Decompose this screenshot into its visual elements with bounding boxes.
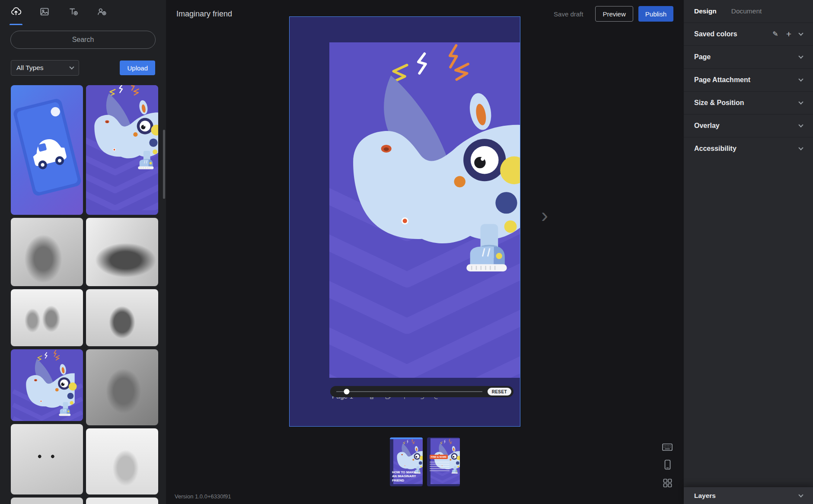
cloud-upload-icon xyxy=(10,6,22,19)
search-input[interactable] xyxy=(10,31,156,49)
saved-colors-section[interactable]: Saved colors ✎ + xyxy=(684,22,813,45)
animation-scrubber-knob[interactable] xyxy=(344,389,350,395)
edit-colors-icon[interactable]: ✎ xyxy=(772,31,778,38)
chevron-down-icon[interactable] xyxy=(798,31,803,35)
grid-icon xyxy=(663,478,672,489)
media-item-totoro-figurine-photo[interactable] xyxy=(86,289,158,346)
next-page-button[interactable]: › xyxy=(541,205,548,226)
section-overlay[interactable]: Overlay xyxy=(684,114,813,137)
upload-button[interactable]: Upload xyxy=(120,61,155,75)
library-panel: All Types Upload xyxy=(0,0,166,504)
save-draft-button[interactable]: Save draft xyxy=(547,6,590,22)
chevron-down-icon xyxy=(798,145,803,150)
media-item-cat-figurine-photo[interactable] xyxy=(86,428,158,494)
add-color-icon[interactable]: + xyxy=(786,29,791,38)
keyboard-shortcuts-button[interactable] xyxy=(662,443,673,453)
page-thumbnail-1[interactable]: HOW TO MAKE AN IMAGINARY FRIEND xyxy=(390,437,423,486)
section-accessibility[interactable]: Accessibility xyxy=(684,137,813,160)
library-tab-third-party-media[interactable] xyxy=(36,0,53,25)
workspace: Imaginary friend Save draft Preview Publ… xyxy=(166,0,684,504)
thumbnail-title: FIND & NAME xyxy=(430,455,448,459)
layers-bar[interactable]: Layers xyxy=(684,487,813,504)
search-wrap xyxy=(0,25,166,49)
image-icon xyxy=(39,6,50,19)
page-thumbnail-2[interactable]: FIND & NAME xyxy=(427,437,460,486)
media-item-sock-monkey-photo[interactable] xyxy=(86,349,158,425)
media-item-imaginary-friend-illustration[interactable] xyxy=(86,85,158,215)
corner-tools xyxy=(662,443,673,489)
library-tab-text[interactable] xyxy=(65,0,81,25)
publish-button[interactable]: Publish xyxy=(638,6,673,22)
media-type-value: All Types xyxy=(16,64,44,72)
chevron-down-icon xyxy=(798,492,803,497)
stage-header: Imaginary friend Save draft Preview Publ… xyxy=(166,0,684,28)
animation-playbar: RESET xyxy=(330,386,513,397)
phone-icon xyxy=(664,459,671,472)
media-type-dropdown[interactable]: All Types xyxy=(11,60,79,76)
chevron-down-icon xyxy=(798,122,803,127)
section-size-position[interactable]: Size & Position xyxy=(684,91,813,114)
media-item-figurines-photo[interactable] xyxy=(11,289,83,346)
thumbnail-title: HOW TO MAKE AN IMAGINARY FRIEND xyxy=(392,470,418,482)
animation-reset-button[interactable]: RESET xyxy=(488,388,511,396)
version-label: Version 1.0.0+6330f91 xyxy=(175,493,231,500)
page-wrap: Page 1 xyxy=(289,16,520,427)
story-page-canvas[interactable]: Page 1 xyxy=(289,16,520,427)
text-add-icon xyxy=(67,6,79,19)
thumbnail-body-text xyxy=(430,462,450,472)
library-tab-shapes-stickers[interactable] xyxy=(93,0,110,25)
media-item-car-illustration[interactable] xyxy=(11,85,83,215)
chevron-right-icon: › xyxy=(541,204,548,226)
chevron-down-icon xyxy=(798,77,803,81)
saved-colors-label: Saved colors xyxy=(694,30,737,38)
filter-row: All Types Upload xyxy=(0,49,166,76)
keyboard-icon xyxy=(662,443,673,453)
imaginary-friend-illustration[interactable] xyxy=(329,42,520,378)
chevron-down-icon xyxy=(798,99,803,104)
media-item-imaginary-friend-small[interactable] xyxy=(11,349,83,421)
chevron-down-icon xyxy=(69,64,74,69)
section-page[interactable]: Page xyxy=(684,45,813,68)
media-item-dinosaur-toy-photo[interactable] xyxy=(86,218,158,286)
story-title: Imaginary friend xyxy=(176,10,232,19)
person-add-icon xyxy=(96,6,107,19)
library-tab-local-media[interactable] xyxy=(8,0,24,25)
section-page-attachment[interactable]: Page Attachment xyxy=(684,68,813,91)
inspector-tab-bar: Design Document xyxy=(684,0,813,22)
layers-label: Layers xyxy=(694,492,716,500)
media-gallery xyxy=(0,85,166,504)
preview-button[interactable]: Preview xyxy=(595,6,633,22)
grid-view-button[interactable] xyxy=(663,478,672,489)
library-tab-bar xyxy=(0,0,166,25)
device-preview-button[interactable] xyxy=(664,459,671,472)
library-scrollbar[interactable] xyxy=(163,130,165,199)
thumbnail-illustration xyxy=(430,438,460,484)
animation-scrubber-track[interactable] xyxy=(336,391,482,392)
media-item-plush-toy-photo[interactable] xyxy=(11,424,83,494)
media-item-wooden-monkey-photo[interactable] xyxy=(11,218,83,286)
app-root: All Types Upload xyxy=(0,0,813,504)
media-column-1 xyxy=(11,85,83,504)
page-carousel: HOW TO MAKE AN IMAGINARY FRIEND FIND & N… xyxy=(390,437,460,486)
media-column-2 xyxy=(86,85,158,504)
inspector-panel: Design Document Saved colors ✎ + Page Pa… xyxy=(684,0,813,504)
chevron-down-icon xyxy=(798,54,803,58)
saved-colors-actions: ✎ + xyxy=(772,30,803,38)
media-item-partial[interactable] xyxy=(86,498,158,504)
tab-document[interactable]: Document xyxy=(731,7,762,15)
media-item-partial[interactable] xyxy=(11,498,83,504)
tab-design[interactable]: Design xyxy=(694,7,717,15)
